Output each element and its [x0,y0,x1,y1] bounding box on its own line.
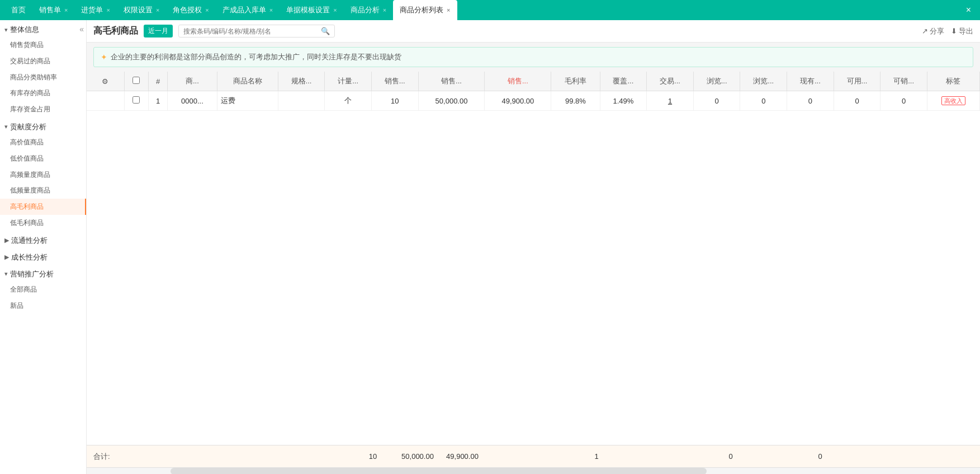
th-sales-amount[interactable]: 销售... [418,72,485,91]
th-sales-cost[interactable]: 销售... [485,72,551,91]
th-browse1[interactable]: 浏览... [693,72,740,91]
th-gross-margin[interactable]: 毛利率 [551,72,600,91]
top-nav: 首页 销售单 × 进货单 × 权限设置 × 角色授权 × 产成品入库单 × 单据… [0,0,980,20]
sidebar-item-capital-occupy[interactable]: 库存资金占用 [0,101,86,118]
sidebar-group-marketing[interactable]: ▾ 营销推广分析 [0,265,86,281]
close-products-tab[interactable]: × [269,0,273,20]
total-empty6 [485,452,529,461]
close-sales-tab[interactable]: × [64,0,68,20]
sidebar-collapse-button[interactable]: « [79,25,84,34]
nav-analysis[interactable]: 商品分析 × [344,0,393,20]
sidebar-item-high-value[interactable]: 高价值商品 [0,134,86,151]
total-empty10 [753,452,798,461]
sidebar-group-growth[interactable]: ▶ 成长性分析 [0,248,86,265]
total-empty2 [172,452,216,461]
share-button[interactable]: ↗ 分享 [922,26,944,36]
close-templates-tab[interactable]: × [333,0,337,20]
total-label: 合计: [93,452,127,462]
total-empty7 [529,452,574,461]
sidebar-item-low-frequency[interactable]: 低频量度商品 [0,182,86,199]
nav-sales[interactable]: 销售单 × [32,0,74,20]
close-analysis-tab[interactable]: × [383,0,386,20]
sidebar: « ▾ 整体信息 销售货商品 交易过的商品 商品分类助销率 有库存的商品 库存资… [0,20,87,474]
sidebar-group-overall[interactable]: ▾ 整体信息 [0,20,86,37]
sidebar-item-stocked-goods[interactable]: 有库存的商品 [0,85,86,101]
nav-templates[interactable]: 单据模板设置 × [280,0,343,20]
total-empty3 [216,452,261,461]
window-close-button[interactable]: × [962,5,976,15]
sidebar-group-wealth[interactable]: ▾ 贡献度分析 [0,118,86,134]
th-spec[interactable]: 规格... [278,72,325,91]
row-name: 运费 [217,91,278,111]
arrow-right-icon-2: ▶ [4,254,9,261]
sidebar-item-high-margin[interactable]: 高毛利商品 [0,199,86,215]
th-saleable[interactable]: 可销... [880,72,927,91]
header-actions: ↗ 分享 ⬇ 导出 [922,26,973,36]
close-permissions-tab[interactable]: × [156,0,159,20]
th-browse2[interactable]: 浏览... [740,72,787,91]
main-layout: « ▾ 整体信息 销售货商品 交易过的商品 商品分类助销率 有库存的商品 库存资… [0,20,980,474]
nav-products[interactable]: 产成品入库单 × [216,0,280,20]
row-num: 1 [149,91,168,111]
sidebar-group-flow[interactable]: ▶ 流通性分析 [0,231,86,248]
sidebar-item-low-value[interactable]: 低价值商品 [0,151,86,167]
row-available2: 0 [834,91,880,111]
table-row: 1 0000... 运费 个 10 50,000.00 49,900.00 99… [87,91,980,111]
sidebar-item-low-margin[interactable]: 低毛利商品 [0,215,86,231]
sidebar-item-category-assist[interactable]: 商品分类助销率 [0,69,86,86]
close-purchase-tab[interactable]: × [106,0,110,20]
row-code[interactable]: 0000... [168,91,217,111]
th-settings[interactable]: ⚙ [87,72,124,91]
nav-roles[interactable]: 角色授权 × [166,0,215,20]
th-available2[interactable]: 可用... [834,72,880,91]
row-checkbox[interactable] [124,91,149,111]
row-select-checkbox[interactable] [132,96,140,104]
close-roles-tab[interactable]: × [205,0,209,20]
th-code[interactable]: 商... [168,72,217,91]
th-num: # [149,72,168,91]
select-all-checkbox[interactable] [132,77,140,84]
total-empty1 [127,452,172,461]
export-button[interactable]: ⬇ 导出 [951,26,973,36]
bottom-scrollbar[interactable] [87,467,980,474]
close-analysis-list-tab[interactable]: × [447,0,450,20]
table-container[interactable]: ⚙ # 商... 商品名称 规格... [87,72,980,445]
th-unit[interactable]: 计量... [325,72,372,91]
info-icon: ✦ [101,53,107,62]
nav-purchase[interactable]: 进货单 × [74,0,116,20]
nav-permissions[interactable]: 权限设置 × [117,0,166,20]
th-coverage[interactable]: 覆盖... [600,72,647,91]
row-sales-cost: 49,900.00 [485,91,551,111]
row-sales-qty: 10 [371,91,418,111]
th-available1[interactable]: 现有... [787,72,834,91]
sidebar-item-high-frequency[interactable]: 高频量度商品 [0,167,86,183]
th-checkbox[interactable] [124,72,149,91]
th-transaction[interactable]: 交易... [647,72,694,91]
sidebar-item-sales-goods[interactable]: 销售货商品 [0,37,86,53]
search-input[interactable] [183,27,319,35]
row-available1: 0 [787,91,834,111]
page-title: 高毛利商品 [93,25,138,37]
nav-home[interactable]: 首页 [4,0,32,20]
row-unit: 个 [325,91,372,111]
export-icon: ⬇ [951,27,957,35]
arrow-down-icon: ▾ [4,26,8,34]
row-transaction[interactable]: 1 [647,91,694,111]
total-sales-amount: 50,000.00 [395,452,440,461]
sidebar-item-all-goods[interactable]: 全部商品 [0,281,86,298]
total-saleable: 0 [798,452,842,461]
th-sales-qty[interactable]: 销售... [371,72,418,91]
share-icon: ↗ [922,27,928,35]
period-button[interactable]: 近一月 [144,25,173,37]
sidebar-item-new-goods[interactable]: 新品 [0,298,86,314]
info-banner: ✦ 企业的主要的利润都是这部分商品创造的，可考虑加大推广，同时关注库存是不要出现… [93,47,973,67]
arrow-down-icon-2: ▾ [4,123,8,130]
nav-analysis-list[interactable]: 商品分析列表 × [393,0,457,20]
th-name[interactable]: 商品名称 [217,72,278,91]
total-sales-cost: 49,900.00 [440,452,485,461]
total-empty9 [664,452,708,461]
search-icon[interactable]: 🔍 [321,27,330,35]
row-tag: 高收入 [927,91,979,111]
sidebar-item-traded-goods[interactable]: 交易过的商品 [0,53,86,69]
settings-icon[interactable]: ⚙ [102,77,108,86]
